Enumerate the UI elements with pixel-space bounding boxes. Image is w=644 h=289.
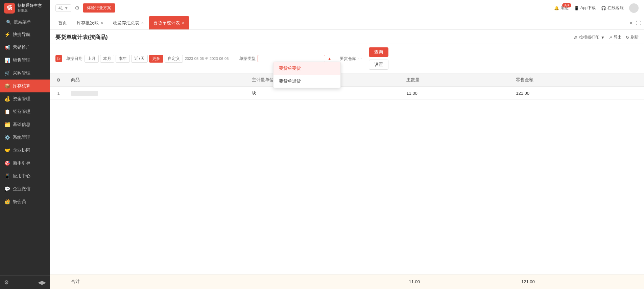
tab-home[interactable]: 首页 [53, 16, 72, 29]
tab-order-summary-label: 要货单统计表 [153, 20, 180, 26]
date-btn-last-month[interactable]: 上月 [85, 55, 99, 63]
close-all-tabs-icon[interactable]: ✕ [629, 20, 633, 26]
app-download-label: App下载 [580, 5, 596, 11]
tab-receivable-summary[interactable]: 收发存汇总表 × [108, 16, 149, 29]
total-amount: 121.00 [517, 274, 644, 289]
product-name-blurred [71, 91, 98, 96]
tab-order-summary-close[interactable]: × [182, 21, 184, 25]
sidebar-item-guide[interactable]: 🎯 新手引导 [0, 157, 50, 170]
date-btn-this-month[interactable]: 本月 [100, 55, 114, 63]
messages-button[interactable]: 🔔 消息 99+ [554, 5, 569, 11]
dropdown-item-order-goods[interactable]: 要货单要货 [273, 62, 340, 75]
export-button[interactable]: ↗ 导出 [609, 35, 622, 40]
refresh-label: 刷新 [630, 35, 639, 40]
col-settings[interactable]: ⚙ [50, 73, 67, 87]
tab-receivable-summary-close[interactable]: × [141, 21, 144, 25]
sidebar-brand: 畅捷通好生意 标准版 [18, 3, 42, 13]
handshake-icon: 🤝 [4, 147, 10, 153]
collapse-icon[interactable]: ◀▶ [38, 279, 46, 286]
printer-icon: 🖨 [574, 35, 578, 40]
page: 要货单统计表(按商品) 🖨 按模板打印 ▼ ↗ 导出 ↻ 刷新 [50, 30, 644, 289]
topbar-select[interactable]: 41 ▼ [55, 4, 71, 12]
tab-inventory-batch[interactable]: 库存批次账 × [72, 16, 108, 29]
settings-icon[interactable]: ⚙ [4, 279, 9, 286]
gear-icon: ⚙️ [4, 134, 10, 140]
data-table: ⚙ 商品 主计量单位 主数量 零售金额 1 [50, 73, 644, 100]
tab-receivable-summary-label: 收发存汇总表 [113, 20, 139, 26]
print-button[interactable]: 🖨 按模板打印 ▼ [574, 35, 605, 40]
sidebar-item-system[interactable]: ⚙️ 系统管理 [0, 131, 50, 144]
sidebar-brand-name: 畅捷通好生意 [18, 3, 42, 8]
export-icon: ↗ [609, 35, 612, 40]
app-download-button[interactable]: 📱 App下载 [574, 5, 596, 11]
sidebar-item-label: 销售管理 [13, 57, 30, 63]
table-row: 1 块 11.00 121.00 [50, 87, 644, 100]
query-button[interactable]: 查询 [369, 47, 388, 57]
tab-inventory-batch-close[interactable]: × [101, 21, 103, 25]
sidebar: 畅 畅捷通好生意 标准版 🔍 搜索菜单 ⚡ 快捷导航 📢 营销推广 📊 销售管理… [0, 0, 50, 289]
sidebar-item-operation[interactable]: 📋 经营管理 [0, 105, 50, 118]
sidebar-item-purchase[interactable]: 🛒 采购管理 [0, 67, 50, 80]
sidebar-item-label: 新手引导 [13, 160, 30, 166]
sidebar-item-label: 畅会员 [13, 199, 26, 205]
total-label: 合计 [67, 274, 166, 289]
expand-tabs-icon[interactable]: ⛶ [636, 20, 641, 26]
page-actions: 🖨 按模板打印 ▼ ↗ 导出 ↻ 刷新 [574, 35, 639, 40]
sidebar-item-sales[interactable]: 📊 销售管理 [0, 54, 50, 67]
box-icon: 📦 [4, 83, 10, 89]
search-icon: 🔍 [6, 20, 11, 25]
sidebar-item-member[interactable]: 👑 畅会员 [0, 195, 50, 208]
sidebar-item-label: 资金管理 [13, 96, 30, 102]
type-filter-group: 单据类型 ▲ [239, 55, 332, 62]
date-btn-custom[interactable]: 自定义 [165, 55, 183, 63]
tab-inventory-batch-label: 库存批次账 [77, 20, 99, 26]
sidebar-search[interactable]: 🔍 搜索菜单 [0, 16, 50, 28]
filter-expand-button[interactable]: ▷ [55, 55, 62, 62]
online-service-button[interactable]: 🎧 在线客服 [601, 5, 624, 11]
tabs-bar: 首页 库存批次账 × 收发存汇总表 × 要货单统计表 × ✕ ⛶ [50, 16, 644, 30]
sidebar-item-label: 营销推广 [13, 44, 30, 50]
refresh-icon: ↻ [626, 35, 629, 40]
sidebar-header: 畅 畅捷通好生意 标准版 [0, 0, 50, 16]
refresh-button[interactable]: ↻ 刷新 [626, 35, 639, 40]
sidebar-item-enterprise[interactable]: 🤝 企业协同 [0, 144, 50, 157]
sidebar-item-label: 经营管理 [13, 109, 30, 115]
industry-solution-button[interactable]: 体验行业方案 [83, 3, 115, 13]
total-unit-spacer [166, 274, 405, 289]
topbar: 41 ▼ ⚙ 体验行业方案 🔔 消息 99+ 📱 App下载 🎧 在线客服 [50, 0, 644, 16]
sidebar-item-quick-nav[interactable]: ⚡ 快捷导航 [0, 28, 50, 41]
type-filter-chevron-up-icon[interactable]: ▲ [327, 56, 332, 61]
bell-icon: 🔔 [554, 6, 559, 10]
tab-order-summary[interactable]: 要货单统计表 × [149, 16, 189, 29]
filter-row: ▷ 单据日期 上月 本月 本年 近7天 更多 自定义 2023-05-06 至 … [50, 44, 644, 73]
sidebar-item-finance[interactable]: 💰 资金管理 [0, 92, 50, 105]
total-row: 合计 11.00 121.00 [50, 274, 644, 289]
row-amount: 121.00 [512, 87, 644, 100]
print-chevron-icon: ▼ [601, 35, 605, 40]
chat-icon: 💬 [4, 186, 10, 192]
sidebar-item-marketing[interactable]: 📢 营销推广 [0, 41, 50, 54]
warehouse-more-icon[interactable]: ··· [358, 56, 362, 61]
topbar-gear-icon[interactable]: ⚙ [75, 5, 79, 11]
content-area: 要货单统计表(按商品) 🖨 按模板打印 ▼ ↗ 导出 ↻ 刷新 [50, 30, 644, 289]
sidebar-item-wechat[interactable]: 💬 企业微信 [0, 182, 50, 195]
date-btn-this-year[interactable]: 本年 [116, 55, 130, 63]
total-table: 合计 11.00 121.00 [50, 274, 644, 289]
col-quantity: 主数量 [402, 73, 512, 87]
target-icon: 🎯 [4, 160, 10, 166]
sidebar-item-inventory[interactable]: 📦 库存核算 [0, 80, 50, 92]
settings-button[interactable]: 设置 [369, 60, 388, 70]
sidebar-item-app[interactable]: 📱 应用中心 [0, 170, 50, 182]
money-icon: 💰 [4, 96, 10, 102]
type-dropdown: 要货单要货 要货单退货 [273, 62, 341, 88]
sidebar-item-basic[interactable]: 🗂️ 基础信息 [0, 118, 50, 131]
tabs-right: ✕ ⛶ [629, 20, 641, 26]
date-btn-more[interactable]: 更多 [149, 55, 163, 63]
type-filter-input[interactable] [258, 55, 325, 62]
sidebar-item-label: 基础信息 [13, 121, 30, 128]
date-btn-last-7-days[interactable]: 近7天 [131, 55, 148, 63]
avatar[interactable] [629, 3, 639, 13]
date-filter-label: 单据日期 [66, 56, 82, 62]
dropdown-item-order-return[interactable]: 要货单退货 [273, 75, 340, 88]
row-index: 1 [50, 87, 67, 100]
